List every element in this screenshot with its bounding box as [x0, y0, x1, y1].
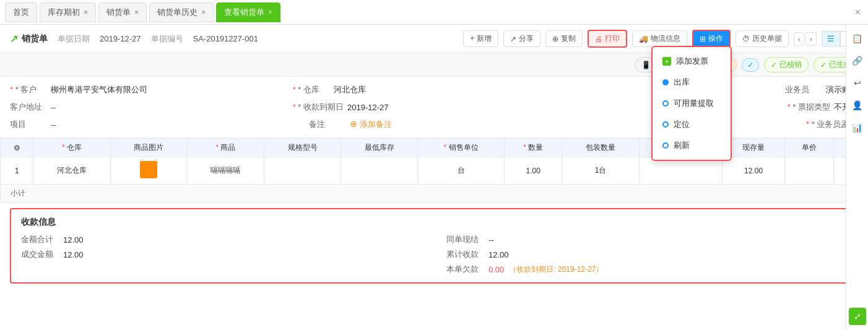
- th-spec: 规格型号: [264, 139, 341, 157]
- th-gear[interactable]: ⚙: [1, 139, 33, 157]
- row-available: [639, 157, 722, 185]
- dropdown-add-invoice[interactable]: + 添加发票: [653, 51, 731, 72]
- cumulative-value: 12.00: [488, 250, 509, 259]
- note-field: 备注 ⊕ 添加备注: [309, 119, 583, 130]
- row-pkg-qty: 1台: [562, 157, 639, 185]
- tab-bar: 首页 库存期初 × 销货单 × 销货单历史 × 查看销货单 × ×: [0, 0, 868, 25]
- grid-icon: ⊞: [700, 35, 706, 43]
- row-price: [785, 157, 833, 185]
- outbound-icon: [662, 79, 669, 85]
- row-qty: 1.00: [504, 157, 562, 185]
- warehouse-field: * 仓库 河北仓库: [293, 84, 576, 95]
- deal-value: 12.00: [63, 250, 84, 259]
- amount-value: 12.00: [63, 235, 84, 245]
- number-value: SA-20191227-001: [193, 34, 259, 43]
- tab-sales-order[interactable]: 销货单 ×: [98, 2, 147, 22]
- tab-view-sales[interactable]: 查看销货单 ×: [216, 2, 280, 22]
- tab-home[interactable]: 首页: [5, 2, 37, 22]
- data-table: ⚙ 仓库 商品图片 商品 规格型号 最低库存 销售单位 数量 包装数量 可用量 …: [0, 138, 868, 203]
- product-thumbnail: [140, 161, 157, 178]
- toolbar-row: 📱 来自手机 未开票 ✓ ✓ 已核销 ✓ 已生效: [0, 53, 868, 77]
- amount-row: 金额合计 12.00: [21, 234, 422, 245]
- check-circle-icon: ✓: [771, 61, 777, 69]
- copy-button[interactable]: ⊕ 复制: [545, 30, 583, 47]
- deal-row: 成交金额 12.00: [21, 249, 422, 260]
- right-sidebar: 📋 🔗 ↩ 👤 📊 ⤢: [846, 25, 868, 330]
- footer-title: 收款信息: [21, 217, 847, 228]
- row-unit: 台: [418, 157, 504, 185]
- number-label: 单据编号: [151, 33, 183, 45]
- salesperson-label: * 业务员孟: [806, 119, 849, 130]
- note-label: 备注: [309, 119, 346, 130]
- sidebar-icon-4[interactable]: 👤: [849, 97, 866, 114]
- sold-btn[interactable]: ✓ 已核销: [764, 57, 809, 72]
- project-value: --: [51, 120, 56, 129]
- tab-close-sales[interactable]: ×: [134, 8, 139, 17]
- form-section: * 客户 柳州粤港平安气体有限公司 * 仓库 河北仓库 业务员 演示账号 客户地…: [0, 77, 868, 138]
- add-invoice-icon: +: [662, 57, 671, 66]
- dropdown-locate[interactable]: 定位: [653, 114, 731, 135]
- cumulative-label: 累计收款: [446, 249, 484, 260]
- next-button[interactable]: ›: [805, 32, 817, 46]
- logistics-button[interactable]: 🚚 物流信息: [632, 30, 687, 47]
- sidebar-icon-2[interactable]: 🔗: [849, 52, 866, 69]
- deal-label: 成交金额: [21, 249, 58, 260]
- dropdown-outbound[interactable]: 出库: [653, 72, 731, 93]
- history-icon: ⏱: [742, 35, 750, 43]
- prev-button[interactable]: ‹: [794, 32, 805, 46]
- locate-icon: [662, 121, 669, 128]
- row-stock: 12.00: [723, 157, 785, 185]
- doc-title-text: 销货单: [22, 33, 48, 45]
- copy-icon: ⊕: [552, 35, 558, 43]
- doc-actions: + 新增 ↗ 分享 ⊕ 复制 🖨 打印 🚚 物流信息: [463, 30, 858, 48]
- print-button[interactable]: 🖨 打印: [588, 30, 627, 48]
- list-view-button[interactable]: ☰: [822, 31, 840, 46]
- logistics-icon: 🚚: [639, 35, 648, 43]
- th-product: 商品: [187, 139, 264, 157]
- single-settle-label: 同单现结: [446, 234, 484, 245]
- th-price: 单价: [785, 139, 833, 157]
- nav-arrows: ‹ ›: [794, 32, 817, 46]
- doc-meta: 单据日期 2019-12-27 单据编号 SA-20191227-001: [58, 33, 258, 45]
- check-icon: ✓: [747, 61, 753, 69]
- check-btn[interactable]: ✓: [742, 58, 759, 72]
- tab-close-view[interactable]: ×: [268, 8, 272, 17]
- add-note-btn[interactable]: ⊕ 添加备注: [350, 119, 392, 130]
- history-button[interactable]: ⏱ 历史单据: [736, 30, 789, 47]
- project-field: 项目 --: [10, 119, 284, 130]
- tab-sales-history[interactable]: 销货单历史 ×: [149, 2, 214, 22]
- tab-close-history[interactable]: ×: [201, 8, 206, 17]
- tab-inventory-init[interactable]: 库存期初 ×: [40, 2, 96, 22]
- operation-button[interactable]: ⊞ 操作: [692, 30, 731, 48]
- operation-dropdown-overlay: + 添加发票 出库 可用量提取 定位 刷新: [651, 46, 732, 161]
- subtotal-row: 小计: [1, 185, 868, 203]
- address-label: 客户地址: [10, 102, 47, 113]
- customer-value: 柳州粤港平安气体有限公司: [51, 84, 147, 95]
- customer-label: * 客户: [10, 84, 47, 95]
- share-button[interactable]: ↗ 分享: [503, 30, 540, 47]
- tab-close-inventory[interactable]: ×: [84, 8, 88, 17]
- phone-icon: 📱: [641, 61, 651, 69]
- refresh-icon: [662, 142, 669, 149]
- doc-title-area: ↗ 销货单: [10, 33, 48, 45]
- new-button[interactable]: + 新增: [463, 30, 498, 47]
- sidebar-icon-5[interactable]: 📊: [849, 119, 866, 136]
- amount-label: 金额合计: [21, 234, 58, 245]
- th-pkg-qty: 包装数量: [562, 139, 639, 157]
- main-content: ↗ 销货单 单据日期 2019-12-27 单据编号 SA-20191227-0…: [0, 25, 868, 330]
- dropdown-available-qty[interactable]: 可用量提取: [653, 93, 731, 114]
- row-spec: [264, 157, 341, 185]
- date-label: 单据日期: [58, 33, 90, 45]
- owe-label: 本单欠款: [446, 264, 484, 275]
- expand-icon[interactable]: ⤢: [849, 308, 866, 325]
- operation-dropdown: + 添加发票 出库 可用量提取 定位 刷新: [651, 46, 732, 161]
- sidebar-icon-1[interactable]: 📋: [849, 30, 866, 47]
- table-section: ⚙ 仓库 商品图片 商品 规格型号 最低库存 销售单位 数量 包装数量 可用量 …: [0, 138, 868, 203]
- dropdown-refresh[interactable]: 刷新: [653, 135, 731, 156]
- row-num: 1: [1, 157, 33, 185]
- footer-info: 收款信息 金额合计 12.00 同单现结 -- 成交金额 12.00 累计收款 …: [10, 208, 858, 284]
- row-product: 嗝嗝嗝嗝: [187, 157, 264, 185]
- global-close-button[interactable]: ×: [855, 7, 861, 18]
- address-field: 客户地址 --: [10, 102, 293, 113]
- sidebar-icon-3[interactable]: ↩: [849, 74, 866, 92]
